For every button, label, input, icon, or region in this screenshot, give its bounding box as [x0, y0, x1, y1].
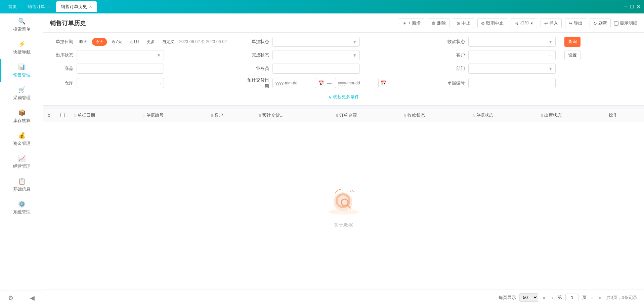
sidebar-bottom: ⚙ ◀: [0, 291, 43, 305]
outbound-status-label: 出库状态: [50, 52, 77, 58]
th-checkbox[interactable]: [56, 109, 70, 122]
salesperson-filter: ···: [272, 64, 441, 74]
display-detail-input[interactable]: [614, 21, 618, 26]
sort-bill-no-icon[interactable]: ⇅: [142, 114, 145, 117]
sort-outbound-icon[interactable]: ⇅: [541, 114, 543, 117]
bill-no-input[interactable]: [468, 78, 556, 88]
tab-sales-order-history[interactable]: 销售订单历史 ✕: [56, 1, 97, 12]
completion-status-select[interactable]: ▼: [272, 50, 360, 60]
stop-button[interactable]: ⊘ 中止: [453, 18, 474, 28]
customer-label: 客户: [441, 52, 468, 58]
date-btn-yesterday[interactable]: 昨天: [77, 38, 90, 46]
display-detail-checkbox[interactable]: 显示明细: [614, 20, 637, 26]
sidebar-item-quick-nav-label: 快捷导航: [13, 49, 31, 55]
search-menu-icon: 🔍: [18, 17, 26, 25]
page-number-input[interactable]: [565, 294, 579, 301]
th-settings[interactable]: ⚙: [43, 109, 56, 122]
sort-customer-icon[interactable]: ⇅: [211, 114, 213, 117]
date-btn-custom[interactable]: 自定义: [160, 38, 177, 46]
window-close-icon[interactable]: ✕: [636, 4, 641, 10]
date-btn-7days[interactable]: 近7天: [109, 38, 125, 46]
completion-status-filter: ▼: [272, 50, 441, 60]
sidebar-item-inventory[interactable]: 📦 库存核算: [0, 105, 43, 128]
date-btn-more[interactable]: 更多: [144, 38, 158, 46]
sidebar-item-quick-nav[interactable]: ⚡ 快捷导航: [0, 36, 43, 59]
chevron-up-icon: ∧: [328, 94, 332, 100]
salesperson-select[interactable]: ···: [272, 64, 360, 74]
outbound-status-select[interactable]: ▼: [77, 50, 164, 60]
th-bill-status-label: 单据状态: [476, 113, 493, 118]
next-page-btn[interactable]: ›: [590, 294, 594, 301]
tab-sales-order-history-close[interactable]: ✕: [89, 5, 92, 9]
page-label: 页: [582, 295, 587, 301]
settings-btn-label: 设置: [568, 52, 577, 58]
date-btn-today[interactable]: 今天: [92, 38, 107, 46]
cancel-stop-icon: ⊘: [481, 21, 485, 26]
first-page-btn[interactable]: «: [542, 294, 547, 301]
operations-icon: 📈: [18, 155, 26, 162]
sidebar-item-search-menu[interactable]: 🔍 搜索菜单: [0, 13, 43, 36]
salesperson-label: 业务员: [246, 66, 272, 72]
goods-select[interactable]: ···: [77, 64, 164, 74]
calendar-to-icon[interactable]: 📅: [381, 80, 386, 86]
sidebar-item-finance[interactable]: 💰 资金管理: [0, 128, 43, 151]
expected-date-to-input[interactable]: [335, 78, 379, 88]
export-button[interactable]: ↪ 导出: [565, 18, 586, 28]
new-btn-label: + 新增: [408, 20, 421, 26]
sidebar-item-operations[interactable]: 📈 经营管理: [0, 151, 43, 174]
th-customer: ⇅ 客户: [207, 109, 255, 122]
query-button[interactable]: 查询: [564, 37, 581, 47]
dept-select[interactable]: ▼: [468, 64, 556, 74]
maximize-icon[interactable]: □: [630, 4, 634, 10]
stop-icon: ⊘: [457, 21, 460, 26]
print-button[interactable]: 🖨 打印 ▼: [511, 18, 537, 28]
sort-amount-icon[interactable]: ⇅: [336, 114, 338, 117]
sidebar-item-purchase-mgmt[interactable]: 🛒 采购管理: [0, 82, 43, 105]
tab-home-label: 首页: [8, 4, 17, 10]
display-detail-label: 显示明细: [620, 20, 637, 26]
filter-area: 单据日期 昨天 今天 近7天 近1月 更多 自定义 2023-06-02 至 2…: [43, 33, 644, 106]
import-button[interactable]: ↩ 导入: [541, 18, 562, 28]
column-settings-icon[interactable]: ⚙: [47, 113, 51, 118]
page-size-label: 每页显示: [499, 295, 516, 301]
cancel-stop-button[interactable]: ⊘ 取消中止: [477, 18, 507, 28]
sidebar-item-sys-mgmt[interactable]: ⚙️ 系统管理: [0, 196, 43, 219]
customer-select[interactable]: ···: [468, 50, 556, 60]
collapse-text: 收起更多条件: [333, 94, 359, 100]
tab-sales-order[interactable]: 销售订单 ✕: [23, 1, 55, 12]
tab-home[interactable]: 首页: [3, 1, 22, 12]
select-all-checkbox[interactable]: [60, 113, 65, 117]
tab-sales-order-close[interactable]: ✕: [47, 5, 50, 9]
sort-expected-icon[interactable]: ⇅: [259, 114, 261, 117]
settings-button[interactable]: 设置: [564, 50, 581, 60]
refresh-button[interactable]: ↻ 刷新: [590, 18, 611, 28]
completion-status-dropdown-icon: ▼: [352, 53, 357, 58]
filter-row-3: 商品 ··· 业务员 ··· 部门: [50, 64, 637, 74]
sidebar-item-basic-info[interactable]: 📋 基础信息: [0, 174, 43, 196]
sort-bill-status-icon[interactable]: ⇅: [472, 114, 475, 117]
sort-bill-date-icon[interactable]: ⇅: [74, 114, 77, 117]
date-btn-1month[interactable]: 近1月: [127, 38, 142, 46]
warehouse-select[interactable]: ···: [77, 78, 164, 88]
expected-date-from-input[interactable]: [272, 78, 316, 88]
import-btn-label: 导入: [549, 20, 558, 26]
bill-status-select[interactable]: ▼: [272, 37, 360, 47]
prev-page-btn[interactable]: ‹: [550, 294, 554, 301]
customer-dots-icon: ···: [549, 53, 553, 58]
sort-receipt-icon[interactable]: ⇅: [404, 114, 406, 117]
sidebar-collapse-btn[interactable]: ◀: [30, 294, 35, 302]
last-page-btn[interactable]: »: [598, 294, 603, 301]
sidebar-settings-btn[interactable]: ⚙: [8, 294, 13, 302]
table-footer: 每页显示 50 10 20 100 « ‹ 第 页 › » 共0页，0条记录: [43, 290, 644, 305]
query-btn-label: 查询: [568, 39, 577, 45]
minimize-icon[interactable]: ─: [624, 4, 628, 10]
delete-button[interactable]: 🗑 删除: [428, 18, 449, 28]
receipt-status-select[interactable]: ▼: [468, 37, 556, 47]
sidebar-item-sales-mgmt[interactable]: 📊 销售管理: [0, 59, 43, 82]
print-dropdown-icon: ▼: [530, 22, 533, 25]
new-button[interactable]: ＋ + 新增: [399, 18, 424, 28]
page-size-select[interactable]: 50 10 20 100: [519, 293, 538, 302]
collapse-row[interactable]: ∧ 收起更多条件: [50, 92, 637, 101]
sidebar-item-basic-info-label: 基础信息: [13, 186, 31, 192]
calendar-from-icon[interactable]: 📅: [318, 80, 324, 86]
